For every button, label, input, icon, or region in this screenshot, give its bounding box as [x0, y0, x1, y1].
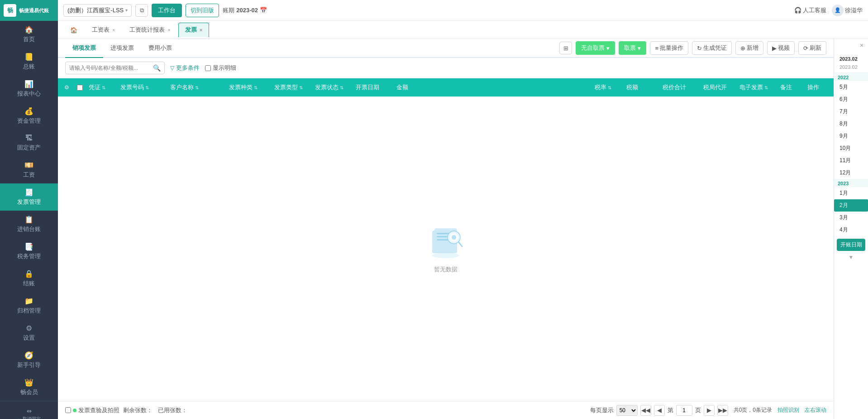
select-all-checkbox[interactable]	[77, 85, 83, 91]
tab-salary-table[interactable]: 工资表×	[85, 23, 122, 37]
tab-label: 工资统计报表	[129, 26, 165, 34]
invoice-mgmt-icon: 🧾	[24, 188, 33, 197]
sidebar-item-fixed-assets[interactable]: 🏗 固定资产	[0, 130, 58, 156]
gen-voucher-button[interactable]: ↻ 生成凭证	[692, 41, 732, 55]
user-profile[interactable]: 👤 徐溢华	[832, 5, 863, 16]
company-selector[interactable]: (勿删）江西服宝-LSS ▾	[63, 4, 132, 17]
sidebar-pin[interactable]: ⇔ ↔ 取消固定	[2, 405, 56, 419]
video-label: 视频	[778, 44, 790, 52]
video-icon: ▶	[772, 45, 777, 52]
bottom-right: 每页显示 50 100 ◀◀ ◀ 第 页 ▶ ▶▶ 共0页，0条记录	[590, 405, 826, 416]
calendar-icon[interactable]: 📅	[260, 7, 267, 14]
date-entry-2022-11月[interactable]: 11月	[834, 154, 868, 167]
chevron-down-icon: ▾	[638, 45, 641, 52]
copy-company-button[interactable]: ⧉	[135, 4, 148, 17]
tab-close-invoice[interactable]: ×	[200, 27, 202, 33]
svg-point-9	[452, 235, 456, 240]
date-entry-2022-8月[interactable]: 8月	[834, 118, 868, 130]
sort-icon[interactable]: ⇅	[340, 85, 343, 90]
th-remark: 备注	[777, 83, 805, 92]
tab-close-salary-stats[interactable]: ×	[167, 27, 170, 33]
batch-op-button[interactable]: ≡ 批量操作	[650, 41, 688, 55]
sort-icon[interactable]: ⇅	[102, 85, 105, 90]
tab-close-salary-table[interactable]: ×	[112, 27, 115, 33]
sidebar-item-guide[interactable]: 🧭 新手引导	[0, 347, 58, 374]
empty-icon	[423, 224, 468, 260]
tab-invoice[interactable]: 发票×	[178, 23, 209, 37]
prev-page-button[interactable]: ◀	[654, 405, 665, 416]
date-entry-2022-7月[interactable]: 7月	[834, 106, 868, 118]
sidebar-item-reports[interactable]: 📊 报表中心	[0, 75, 58, 102]
sort-icon[interactable]: ⇅	[145, 85, 149, 90]
refresh-button[interactable]: ⟳ 刷新	[798, 41, 826, 55]
sort-icon[interactable]: ⇅	[608, 85, 611, 90]
video-button[interactable]: ▶ 视频	[767, 41, 795, 55]
invoice-check[interactable]: 发票查验及拍照	[65, 406, 119, 414]
date-entry-2022-6月[interactable]: 6月	[834, 93, 868, 106]
new-button[interactable]: ⊕ 新增	[735, 41, 763, 55]
per-page-select[interactable]: 50 100	[616, 405, 638, 416]
last-page-button[interactable]: ▶▶	[717, 405, 728, 416]
date-entry-2022-12月[interactable]: 12月	[834, 167, 868, 179]
sidebar-item-label: 结账	[23, 279, 35, 288]
sort-icon[interactable]: ⇅	[299, 85, 303, 90]
fetch-button[interactable]: 取票 ▾	[619, 41, 646, 55]
sidebar-item-finance[interactable]: 💰 资金管理	[0, 102, 58, 130]
sidebar-item-archive[interactable]: 📁 归档管理	[0, 292, 58, 319]
tax-mgmt-icon: 📑	[24, 242, 33, 251]
date-entry-2022-5月[interactable]: 5月	[834, 81, 868, 93]
customer-service[interactable]: 🎧 人工客服	[794, 6, 826, 14]
check-label: 发票查验及拍照	[78, 406, 119, 414]
date-entry-2022-10月[interactable]: 10月	[834, 142, 868, 154]
subtab-purchase-invoice[interactable]: 进项发票	[103, 39, 141, 58]
sidebar-item-invoice-mgmt[interactable]: 🧾 发票管理	[0, 183, 58, 211]
date-entry-2023-1月[interactable]: 1月	[834, 187, 868, 199]
th-checkbox[interactable]	[73, 85, 86, 91]
tab-salary-stats[interactable]: 工资统计报表×	[123, 23, 177, 37]
no-match-button[interactable]: 无自取票 ▾	[576, 41, 615, 55]
date-entry-2023-2月[interactable]: 2月	[834, 199, 868, 212]
switch-version-button[interactable]: 切到旧版	[186, 4, 219, 17]
scroll-down-icon[interactable]: ▼	[844, 253, 858, 262]
search-icon[interactable]: 🔍	[153, 64, 161, 72]
date-entry-2023-4月[interactable]: 4月	[834, 224, 868, 236]
show-detail-input[interactable]	[205, 65, 211, 71]
workbench-button[interactable]: 工作台	[152, 4, 182, 17]
sidebar-bottom: ⇔ ↔ 取消固定	[0, 401, 58, 419]
sidebar-item-ledger[interactable]: 📒 总账	[0, 48, 58, 75]
date-entry-header1[interactable]: 2023.02	[838, 55, 864, 63]
tab-home[interactable]: 🏠	[63, 23, 84, 37]
sidebar-item-sales-ledger[interactable]: 📋 进销台账	[0, 211, 58, 238]
sidebar-item-close[interactable]: 🔒 结账	[0, 265, 58, 292]
th-settings[interactable]: ⚙	[60, 84, 73, 91]
sidebar-item-settings[interactable]: ⚙ 设置	[0, 319, 58, 347]
sort-icon[interactable]: ⇅	[764, 85, 768, 90]
more-conditions-button[interactable]: ▽ 更多条件	[170, 64, 200, 72]
open-date-btn[interactable]: 开账日期	[837, 239, 865, 251]
first-page-button[interactable]: ◀◀	[640, 405, 651, 416]
sidebar-item-home[interactable]: 🏠 首页	[0, 21, 58, 48]
next-page-button[interactable]: ▶	[704, 405, 715, 416]
scroll-link[interactable]: 左右滚动	[805, 406, 826, 414]
date-entry-2022-9月[interactable]: 9月	[834, 130, 868, 142]
date-entry-header2[interactable]: 2023.02	[838, 63, 864, 71]
upload-link[interactable]: 拍照识别	[777, 406, 799, 414]
th-amount: 金额	[394, 83, 592, 92]
subtab-expense-ticket[interactable]: 费用小票	[141, 39, 179, 58]
panel-close-button[interactable]: ×	[857, 41, 866, 50]
remain-label: 剩余张数：	[123, 406, 153, 414]
sort-icon[interactable]: ⇅	[195, 85, 199, 90]
sort-icon[interactable]: ⇅	[254, 85, 258, 90]
subtab-sales-invoice[interactable]: 销项发票	[65, 39, 103, 58]
show-detail-checkbox[interactable]: 显示明细	[205, 64, 236, 72]
plus-icon: ⊕	[740, 45, 745, 52]
invoice-check-checkbox[interactable]	[65, 407, 71, 413]
sidebar-item-tax-mgmt[interactable]: 📑 税务管理	[0, 238, 58, 265]
sidebar-item-salary[interactable]: 💴 工资	[0, 156, 58, 183]
svg-point-0	[432, 253, 459, 258]
date-entry-2023-3月[interactable]: 3月	[834, 212, 868, 224]
page-number-input[interactable]	[676, 405, 692, 416]
search-input[interactable]	[69, 65, 150, 71]
sidebar-item-member[interactable]: 👑 畅会员	[0, 374, 58, 401]
grid-settings-icon[interactable]: ⊞	[559, 42, 572, 54]
